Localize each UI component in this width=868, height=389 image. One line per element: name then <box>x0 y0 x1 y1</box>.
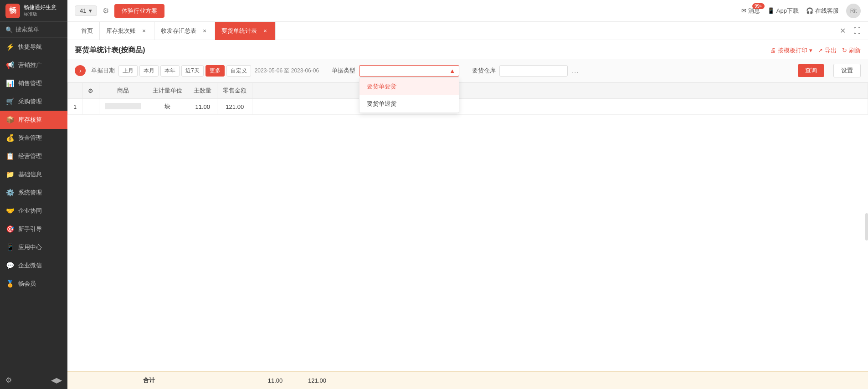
type-option-tuihuo[interactable]: 要货单退货 <box>360 95 459 113</box>
sidebar-item-basic[interactable]: 📁 基础信息 <box>0 165 67 184</box>
table-body: 1 块 11.00 121.00 <box>68 99 868 115</box>
export-btn[interactable]: ↗ 导出 <box>818 46 837 55</box>
member-icon: 🏅 <box>5 279 15 288</box>
type-select[interactable]: ▲ <box>359 65 459 77</box>
sidebar-item-purchase[interactable]: 🛒 采购管理 <box>0 92 67 111</box>
this-month-btn[interactable]: 本月 <box>139 65 159 77</box>
table-footer: 合计 11.00 121.00 <box>67 371 868 389</box>
system-icon: ⚙️ <box>5 188 15 197</box>
purchase-icon: 🛒 <box>5 97 15 106</box>
filter-area: › 单据日期 上月 本月 本年 近7天 更多 自定义 2023-05-06 至 … <box>67 59 868 82</box>
type-option-yaohuo[interactable]: 要货单要货 <box>360 78 459 95</box>
warehouse-more-icon[interactable]: … <box>571 67 579 75</box>
col-settings[interactable]: ⚙ <box>82 83 99 99</box>
trial-button[interactable]: 体验行业方案 <box>114 4 164 18</box>
sidebar-item-wechat[interactable]: 💬 企业微信 <box>0 256 67 275</box>
type-label: 单据类型 <box>332 67 355 75</box>
app-download-btn[interactable]: 📱 App下载 <box>767 7 799 15</box>
filter-expand-btn[interactable]: › <box>75 65 86 76</box>
print-btn[interactable]: 🖨 按模板打印 ▾ <box>770 46 812 55</box>
sidebar-item-apps[interactable]: 📱 应用中心 <box>0 238 67 256</box>
tab-receive-summary[interactable]: 收发存汇总表 × <box>154 22 215 40</box>
guide-icon: 🎯 <box>5 225 15 234</box>
tab-close-all-icon[interactable]: ✕ <box>835 24 850 38</box>
apps-icon: 📱 <box>5 243 15 252</box>
last-month-btn[interactable]: 上月 <box>118 65 138 77</box>
col-goods: 商品 <box>99 83 147 99</box>
operation-icon: 📋 <box>5 152 15 161</box>
date-range-display: 2023-05-06 至 2023-06-06 <box>255 67 319 75</box>
collapse-icon[interactable]: ◀▶ <box>51 376 62 384</box>
goods-placeholder <box>105 103 141 109</box>
col-no <box>68 83 82 99</box>
cell-quantity[interactable]: 11.00 <box>188 99 217 115</box>
sidebar-item-member[interactable]: 🏅 畅会员 <box>0 275 67 293</box>
warehouse-select-value <box>503 67 505 74</box>
filter-date-group: 单据日期 上月 本月 本年 近7天 更多 自定义 2023-05-06 至 20… <box>91 65 319 77</box>
table-row: 1 块 11.00 121.00 <box>68 99 868 115</box>
chevron-down-icon: ▾ <box>89 7 92 14</box>
sidebar-item-marketing[interactable]: 📢 营销推广 <box>0 56 67 74</box>
tabs-bar: 首页 库存批次账 × 收发存汇总表 × 要货单统计表 × ✕ ⛶ <box>67 22 868 40</box>
warehouse-select[interactable] <box>499 65 568 77</box>
col-settings-icon[interactable]: ⚙ <box>88 87 93 94</box>
tab-order-stats[interactable]: 要货单统计表 × <box>215 22 276 40</box>
sidebar-item-enterprise[interactable]: 🤝 企业协同 <box>0 202 67 220</box>
this-year-btn[interactable]: 本年 <box>160 65 180 77</box>
page-header: 要货单统计表(按商品) 🖨 按模板打印 ▾ ↗ 导出 ↻ 刷新 <box>67 40 868 59</box>
sidebar-item-finance[interactable]: 💰 资金管理 <box>0 129 67 147</box>
settings-icon[interactable]: ⚙ <box>5 376 12 384</box>
type-select-wrapper: ▲ 要货单要货 要货单退货 <box>359 65 459 77</box>
sidebar-item-operation[interactable]: 📋 经营管理 <box>0 147 67 165</box>
footer-amount: 121.00 <box>299 377 335 384</box>
sidebar-bottom: ⚙ ◀▶ <box>0 371 67 389</box>
quick-nav-icon: ⚡ <box>5 42 15 51</box>
type-dropdown: 要货单要货 要货单退货 <box>359 77 459 113</box>
sidebar-item-sales[interactable]: 📊 销售管理 <box>0 74 67 92</box>
scroll-indicator[interactable] <box>865 213 868 241</box>
tab-close-inventory-batch[interactable]: × <box>140 27 148 35</box>
refresh-btn[interactable]: ↻ 刷新 <box>842 46 861 55</box>
topbar: 41 ▾ ⚙ 体验行业方案 ✉ 消息 99+ 📱 App下载 🎧 在线客服 Ri… <box>67 0 868 22</box>
search-menu[interactable]: 🔍 搜索菜单 <box>0 22 67 38</box>
print-dropdown-icon: ▾ <box>809 47 812 54</box>
app-title: 畅捷通好生意 <box>24 4 56 11</box>
message-icon: ✉ <box>741 7 746 14</box>
tab-expand-icon[interactable]: ⛶ <box>850 24 864 38</box>
footer-total-label: 合计 <box>143 376 155 384</box>
enterprise-icon: 🤝 <box>5 206 15 215</box>
set-btn[interactable]: 设置 <box>833 64 861 77</box>
tab-close-receive-summary[interactable]: × <box>201 27 208 35</box>
topbar-gear-icon[interactable]: ⚙ <box>103 6 109 15</box>
tab-close-order-stats[interactable]: × <box>262 27 269 35</box>
app-subtitle: 标准版 <box>24 11 56 17</box>
cell-no: 1 <box>68 99 82 115</box>
sidebar-item-guide[interactable]: 🎯 新手引导 <box>0 220 67 238</box>
page-content: 要货单统计表(按商品) 🖨 按模板打印 ▾ ↗ 导出 ↻ 刷新 › <box>67 40 868 389</box>
sidebar-header: 畅 畅捷通好生意 标准版 <box>0 0 67 22</box>
more-btn[interactable]: 更多 <box>205 65 225 77</box>
inventory-icon: 📦 <box>5 115 15 124</box>
custom-btn[interactable]: 自定义 <box>226 65 251 77</box>
wechat-icon: 💬 <box>5 261 15 270</box>
col-amount: 零售金额 <box>217 83 252 99</box>
filter-date-btns: 上月 本月 本年 近7天 更多 自定义 <box>118 65 251 77</box>
avatar[interactable]: Rit <box>846 4 861 18</box>
col-extra <box>252 83 868 99</box>
last-7-days-btn[interactable]: 近7天 <box>181 65 204 77</box>
tab-home[interactable]: 首页 <box>75 22 100 40</box>
message-btn[interactable]: ✉ 消息 99+ <box>741 7 760 15</box>
headset-icon: 🎧 <box>806 7 813 14</box>
sidebar-item-quick-nav[interactable]: ⚡ 快捷导航 <box>0 38 67 56</box>
query-btn[interactable]: 查询 <box>798 64 824 77</box>
tab-inventory-batch[interactable]: 库存批次账 × <box>100 22 154 40</box>
sidebar-item-system[interactable]: ⚙️ 系统管理 <box>0 184 67 202</box>
search-icon: 🔍 <box>5 26 13 33</box>
sidebar: 畅 畅捷通好生意 标准版 🔍 搜索菜单 ⚡ 快捷导航 📢 营销推广 📊 销售管理… <box>0 0 67 389</box>
cell-amount[interactable]: 121.00 <box>217 99 252 115</box>
service-btn[interactable]: 🎧 在线客服 <box>806 7 839 15</box>
sidebar-item-inventory[interactable]: 📦 库存核算 <box>0 111 67 129</box>
table-header: ⚙ 商品 主计量单位 主数量 零售金额 <box>68 83 868 99</box>
topbar-number[interactable]: 41 ▾ <box>75 5 97 16</box>
app-logo: 畅 <box>5 4 20 18</box>
